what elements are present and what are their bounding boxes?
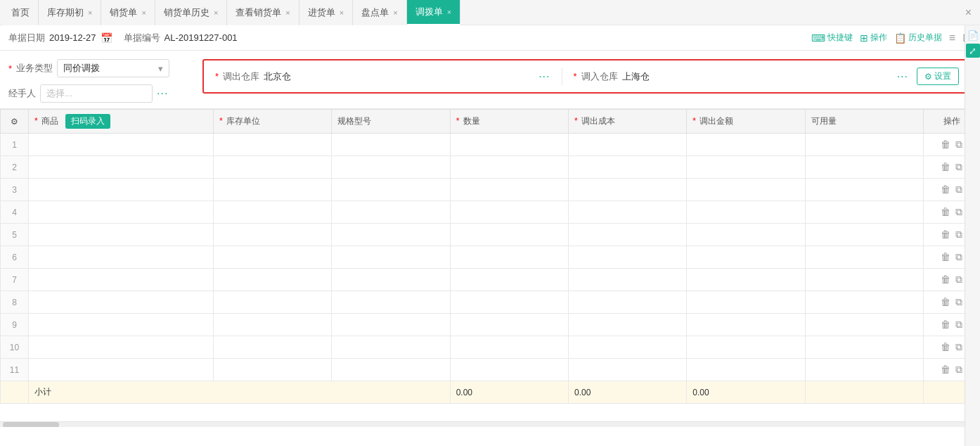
delete-row-icon[interactable]: 🗑 [941,139,950,150]
subtotal-amount: 0.00 [687,381,805,404]
table-row: 6 🗑 ⧉ [1,246,980,269]
scan-enter-button[interactable]: 扫码录入 [65,114,110,129]
warehouse-settings-button[interactable]: ⚙ 设置 [917,68,959,85]
tab-close-sales-history[interactable]: × [214,8,218,17]
table-header-row: ⚙ * 商品 扫码录入 * 库存单位 规格型号 * 数量 [1,110,980,134]
delete-row-icon[interactable]: 🗑 [941,184,950,195]
tab-close-stocktake[interactable]: × [393,8,397,17]
tab-bar: 首页 库存期初 × 销货单 × 销货单历史 × 查看销货单 × 进货单 × 盘点… [0,0,980,25]
tab-close-sales-order[interactable]: × [141,8,146,17]
tab-purchase[interactable]: 进货单 × [299,0,353,25]
col-header-quantity: * 数量 [450,110,568,134]
tab-stocktake[interactable]: 盘点单 × [353,0,406,25]
tab-home[interactable]: 首页 [3,0,39,25]
copy-row-icon[interactable]: ⧉ [955,251,962,262]
form-left: * 业务类型 同价调拨 ▾ 经手人 选择... ··· [8,59,191,103]
tab-close-view-sales[interactable]: × [285,8,290,17]
sidebar-doc-icon[interactable]: 📄 [966,28,980,42]
subtotal-quantity: 0.00 [450,381,568,404]
col-header-available: 可用量 [805,110,923,134]
table-row: 9 🗑 ⧉ [1,314,980,336]
tab-close-inventory-init[interactable]: × [88,8,92,17]
copy-row-icon[interactable]: ⧉ [955,274,962,285]
delete-row-icon[interactable]: 🗑 [941,229,950,240]
table-row: 7 🗑 ⧉ [1,269,980,291]
header-bar: 单据日期 2019-12-27 📅 单据编号 AL-20191227-001 ⌨… [0,25,980,51]
copy-row-icon[interactable]: ⧉ [955,206,962,217]
history-icon: 📋 [894,32,906,44]
layout-list-icon[interactable]: ≡ [949,32,955,44]
subtotal-row: 小计 0.00 0.00 0.00 [1,381,980,404]
col-header-spec: 规格型号 [332,110,450,134]
tab-close-transfer[interactable]: × [447,8,451,16]
copy-row-icon[interactable]: ⧉ [955,319,962,330]
delete-row-icon[interactable]: 🗑 [941,206,950,217]
delete-row-icon[interactable]: 🗑 [941,341,950,352]
tab-inventory-init[interactable]: 库存期初 × [39,0,101,25]
table-row: 10 🗑 ⧉ [1,336,980,359]
col-header-unit: * 库存单位 [214,110,332,134]
delete-row-icon[interactable]: 🗑 [941,274,950,285]
copy-row-icon[interactable]: ⧉ [955,161,962,172]
table-row: 5 🗑 ⧉ [1,224,980,246]
biz-type-select[interactable]: 同价调拨 ▾ [57,59,169,77]
tab-view-sales[interactable]: 查看销货单 × [227,0,299,25]
in-warehouse-more-icon[interactable]: ··· [897,70,908,83]
date-field: 单据日期 2019-12-27 📅 [8,32,112,44]
settings-gear-icon: ⚙ [924,72,932,82]
table-row: 4 🗑 ⧉ [1,201,980,224]
table-gear-icon[interactable]: ⚙ [11,117,18,127]
col-header-product: * 商品 扫码录入 [29,110,214,134]
tab-transfer[interactable]: 调拨单 × [407,0,460,25]
table-container: ⚙ * 商品 扫码录入 * 库存单位 规格型号 * 数量 [0,109,980,421]
biz-type-chevron-icon: ▾ [158,63,163,74]
shortcut-action[interactable]: ⌨ 快捷键 [811,32,853,44]
table-row: 1 🗑 ⧉ [1,134,980,156]
delete-row-icon[interactable]: 🗑 [941,296,950,307]
col-header-amount: * 调出金额 [687,110,805,134]
col-header-cost: * 调出成本 [569,110,687,134]
header-right: ⌨ 快捷键 ⊞ 操作 📋 历史单据 ≡ ⊟ [811,31,972,44]
horizontal-scrollbar[interactable] [0,421,980,427]
operations-action[interactable]: ⊞ 操作 [860,32,887,44]
copy-row-icon[interactable]: ⧉ [955,364,962,375]
out-warehouse-more-icon[interactable]: ··· [539,70,550,83]
docnum-field: 单据编号 AL-20191227-001 [124,32,238,44]
out-warehouse-field: * 调出仓库 北京仓 ··· [215,70,550,83]
form-area: * 业务类型 同价调拨 ▾ 经手人 选择... ··· * 调出仓库 北京仓 ·… [0,51,980,109]
delete-row-icon[interactable]: 🗑 [941,364,950,375]
table-row: 3 🗑 ⧉ [1,179,980,201]
delete-row-icon[interactable]: 🗑 [941,319,950,330]
in-warehouse-field: * 调入仓库 上海仓 ··· [574,70,909,83]
shortcut-icon: ⌨ [811,32,825,44]
biz-type-field: * 业务类型 同价调拨 ▾ [8,59,191,77]
copy-row-icon[interactable]: ⧉ [955,296,962,307]
right-sidebar: 📄 ⤢ [965,25,980,427]
copy-row-icon[interactable]: ⧉ [955,139,962,150]
subtotal-cost: 0.00 [569,381,687,404]
calendar-icon[interactable]: 📅 [101,32,112,44]
warehouse-section: * 调出仓库 北京仓 ··· * 调入仓库 上海仓 ··· ⚙ 设置 [202,59,972,94]
col-header-gear: ⚙ [1,110,29,134]
tab-sales-history[interactable]: 销货单历史 × [155,0,227,25]
handler-more-icon[interactable]: ··· [157,87,168,100]
tab-close-purchase[interactable]: × [340,8,344,17]
copy-row-icon[interactable]: ⧉ [955,341,962,352]
copy-row-icon[interactable]: ⧉ [955,229,962,240]
transfer-table: ⚙ * 商品 扫码录入 * 库存单位 规格型号 * 数量 [0,109,980,404]
table-row: 8 🗑 ⧉ [1,291,980,314]
table-row: 2 🗑 ⧉ [1,156,980,179]
delete-row-icon[interactable]: 🗑 [941,251,950,262]
sidebar-expand-icon[interactable]: ⤢ [966,44,980,58]
header-left: 单据日期 2019-12-27 📅 单据编号 AL-20191227-001 [8,32,238,44]
copy-row-icon[interactable]: ⧉ [955,184,962,195]
tab-sales-order[interactable]: 销货单 × [101,0,155,25]
history-action[interactable]: 📋 历史单据 [894,32,942,44]
delete-row-icon[interactable]: 🗑 [941,161,950,172]
window-close-button[interactable]: × [957,6,980,19]
subtotal-label: 小计 [29,381,451,404]
ops-icon: ⊞ [860,32,868,44]
table-row: 11 🗑 ⧉ [1,359,980,381]
handler-field: 经手人 选择... ··· [8,84,191,103]
handler-select[interactable]: 选择... [40,84,153,103]
